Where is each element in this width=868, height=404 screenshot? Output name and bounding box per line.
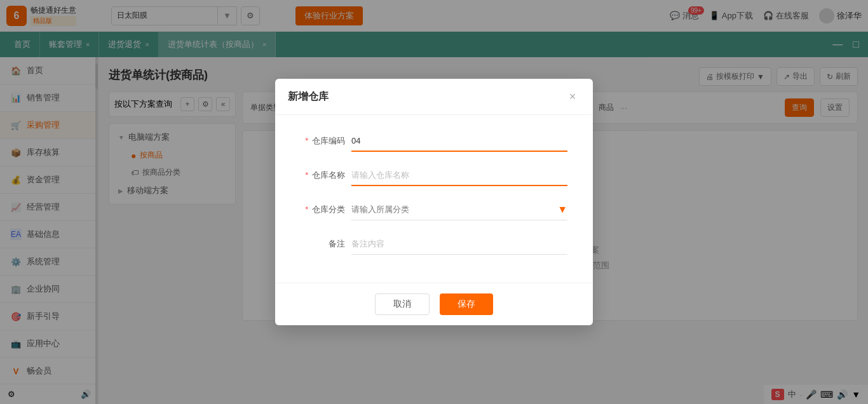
category-label: * 仓库分类 <box>301 204 351 215</box>
name-required: * <box>305 170 308 180</box>
dialog-overlay[interactable]: 新增仓库 × * 仓库编码 * 仓库名称 <box>0 0 868 404</box>
remark-label: 备注 <box>301 238 351 250</box>
dialog-header: 新增仓库 × <box>275 79 593 115</box>
category-required: * <box>305 205 308 214</box>
save-button[interactable]: 保存 <box>440 293 493 315</box>
remark-input[interactable] <box>351 233 567 255</box>
name-row: * 仓库名称 <box>301 165 567 186</box>
dialog-close-btn[interactable]: × <box>565 89 580 104</box>
name-input[interactable] <box>351 165 567 186</box>
remark-row: 备注 <box>301 233 567 255</box>
code-input[interactable] <box>351 130 567 152</box>
category-input[interactable] <box>351 199 567 220</box>
dialog-body: * 仓库编码 * 仓库名称 * 仓库分类 <box>275 115 593 283</box>
category-select-wrapper: ▼ <box>351 199 567 220</box>
name-label: * 仓库名称 <box>301 170 351 181</box>
dialog-footer: 取消 保存 <box>275 283 593 325</box>
category-row: * 仓库分类 ▼ <box>301 199 567 220</box>
code-row: * 仓库编码 <box>301 130 567 152</box>
dialog-title: 新增仓库 <box>288 90 329 104</box>
cancel-button[interactable]: 取消 <box>375 293 430 315</box>
code-label: * 仓库编码 <box>301 135 351 147</box>
category-dropdown-arrow[interactable]: ▼ <box>557 204 567 215</box>
code-required: * <box>305 136 308 145</box>
new-warehouse-dialog: 新增仓库 × * 仓库编码 * 仓库名称 <box>275 79 593 325</box>
